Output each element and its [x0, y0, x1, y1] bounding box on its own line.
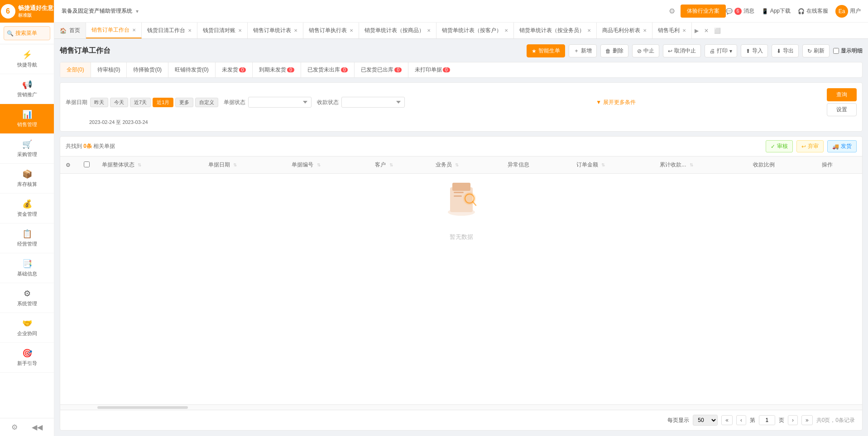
status-filter-label: 单据状态	[224, 99, 245, 106]
sort-icon[interactable]: ⇅	[233, 162, 237, 167]
date-1month-btn[interactable]: 近1月	[153, 98, 173, 107]
status-filter-select[interactable]	[248, 97, 312, 108]
hscroll-thumb[interactable]	[97, 406, 188, 409]
sidebar-item-basic-info[interactable]: 📑 基础信息	[0, 253, 54, 283]
status-tab-pending-inspection[interactable]: 待择验货(0)	[127, 62, 168, 77]
sidebar-item-system[interactable]: ⚙ 系统管理	[0, 283, 54, 313]
tab-sales-by-salesperson[interactable]: 销货单统计表（按业务员） ✕	[514, 23, 597, 38]
status-tab-all[interactable]: 全部(0)	[60, 62, 91, 77]
sidebar-item-finance[interactable]: 💰 资金管理	[0, 194, 54, 223]
date-7days-btn[interactable]: 近7天	[130, 98, 151, 107]
print-button[interactable]: 🖨 打印 ▾	[705, 44, 737, 57]
cancel-stop-button[interactable]: ↩ 取消中止	[663, 44, 701, 57]
tab-close-icon[interactable]: ✕	[504, 28, 508, 33]
tab-sales-order-workbench[interactable]: 销售订单工作台 ✕	[86, 23, 142, 38]
ship-button[interactable]: 🚚 发货	[827, 140, 857, 152]
sidebar-item-quick-nav[interactable]: ⚡ 快捷导航	[0, 44, 54, 74]
show-detail-label[interactable]: 显示明细	[833, 47, 863, 55]
status-tab-unprinted[interactable]: 未打印单据0	[408, 62, 456, 77]
tab-daily-clear-workbench[interactable]: 钱货日清工作台 ✕	[142, 23, 197, 38]
show-detail-checkbox[interactable]	[833, 48, 839, 54]
settings-footer-btn[interactable]: ⚙	[11, 423, 18, 431]
sidebar-item-enterprise[interactable]: 🤝 企业协同	[0, 313, 54, 343]
tab-daily-reconcile[interactable]: 钱货日清对账 ✕	[197, 23, 248, 38]
date-custom-btn[interactable]: 自定义	[195, 98, 218, 107]
status-tab-shipped-out[interactable]: 已发货已出库0	[355, 62, 408, 77]
sidebar-item-sales[interactable]: 📊 销售管理	[0, 104, 54, 134]
smart-create-button[interactable]: ★ 智能生单	[527, 44, 565, 57]
tab-close-icon[interactable]: ✕	[350, 28, 353, 33]
unapprove-button[interactable]: ↩ 弃审	[796, 140, 824, 152]
per-page-select[interactable]: 50 100 200	[693, 415, 718, 426]
horizontal-scrollbar[interactable]	[60, 404, 862, 410]
sort-icon[interactable]: ⇅	[317, 162, 321, 167]
settings-col-icon[interactable]: ⚙	[66, 162, 71, 168]
tab-sales-stats[interactable]: 销售订单统计表 ✕	[248, 23, 303, 38]
date-today-btn[interactable]: 今天	[110, 98, 128, 107]
topbar-gear-icon[interactable]: ⚙	[669, 7, 675, 15]
sidebar-item-marketing[interactable]: 📢 营销推广	[0, 74, 54, 104]
tab-label: 销售毛利	[658, 27, 680, 34]
sort-icon[interactable]: ⇅	[690, 162, 693, 167]
page-next-btn[interactable]: ›	[788, 415, 798, 425]
message-action[interactable]: 💬 6 消息	[726, 7, 754, 15]
tab-close-icon[interactable]: ✕	[238, 28, 242, 33]
tab-close-all[interactable]: ✕	[701, 23, 711, 38]
export-button[interactable]: ⬇ 导出	[772, 44, 799, 57]
tab-home[interactable]: 🏠 首页	[54, 23, 86, 38]
delete-button[interactable]: 🗑 删除	[600, 44, 628, 57]
sidebar-item-purchase[interactable]: 🛒 采购管理	[0, 134, 54, 164]
refresh-button[interactable]: ↻ 刷新	[802, 44, 830, 57]
expand-filter-btn[interactable]: ▼ 展开更多条件	[596, 99, 636, 106]
query-button[interactable]: 查询	[827, 88, 857, 101]
tab-close-icon[interactable]: ✕	[643, 28, 647, 33]
tab-close-icon[interactable]: ✕	[427, 28, 431, 33]
tab-sales-execute[interactable]: 销售订单执行表 ✕	[303, 23, 359, 38]
sort-icon[interactable]: ⇅	[138, 162, 141, 167]
tab-maximize[interactable]: ⬜	[711, 23, 724, 38]
settings-button[interactable]: 设置	[827, 103, 857, 116]
status-tab-shipped-not-out[interactable]: 已发货未出库0	[301, 62, 355, 77]
tab-sales-margin[interactable]: 销售毛利 ✕	[652, 23, 692, 38]
sort-icon[interactable]: ⇅	[389, 162, 393, 167]
industry-solution-button[interactable]: 体验行业方案	[681, 5, 726, 18]
status-tab-overdue-unshipped[interactable]: 到期未发货0	[253, 62, 301, 77]
system-dropdown-arrow[interactable]: ▾	[136, 8, 139, 14]
add-button[interactable]: ＋ 新增	[569, 44, 597, 57]
select-all-checkbox[interactable]	[84, 161, 90, 167]
tab-close-icon[interactable]: ✕	[294, 28, 297, 33]
page-first-btn[interactable]: «	[721, 415, 733, 425]
tab-sales-by-customer[interactable]: 销货单统计表（按客户） ✕	[436, 23, 514, 38]
date-more-btn[interactable]: 更多	[175, 98, 193, 107]
payment-filter-select[interactable]	[341, 97, 405, 108]
date-yesterday-btn[interactable]: 昨天	[90, 98, 108, 107]
tab-close-icon[interactable]: ✕	[132, 28, 136, 33]
page-prev-btn[interactable]: ‹	[736, 415, 746, 425]
sort-icon[interactable]: ⇅	[601, 162, 605, 167]
tab-close-icon[interactable]: ✕	[682, 28, 686, 33]
page-last-btn[interactable]: »	[801, 415, 813, 425]
status-tab-not-shipped[interactable]: 未发货0	[216, 62, 253, 77]
sidebar-item-inventory[interactable]: 📦 库存核算	[0, 164, 54, 194]
status-tab-wangpu-pending[interactable]: 旺铺待发货(0)	[168, 62, 216, 77]
refresh-label: 刷新	[814, 47, 825, 55]
online-service-action[interactable]: 🎧 在线客服	[798, 7, 828, 15]
page-number-input[interactable]	[759, 415, 775, 425]
tab-close-icon[interactable]: ✕	[587, 28, 591, 33]
tab-close-icon[interactable]: ✕	[188, 28, 192, 33]
tab-scroll-right[interactable]: ▶	[692, 23, 701, 38]
tab-sales-by-product[interactable]: 销货单统计表（按商品） ✕	[359, 23, 436, 38]
app-download-action[interactable]: 📱 App下载	[762, 7, 791, 15]
stop-button[interactable]: ⊘ 中止	[632, 44, 659, 57]
collapse-footer-btn[interactable]: ◀◀	[32, 423, 43, 431]
status-tab-pending-review[interactable]: 待审核(0)	[91, 62, 127, 77]
sidebar-item-guide[interactable]: 🎯 新手引导	[0, 343, 54, 373]
user-action[interactable]: Ea 用户	[835, 5, 861, 18]
pagination: 每页显示 50 100 200 « ‹ 第 页 › » 共0页，0条记录	[60, 410, 862, 430]
sidebar-item-operations[interactable]: 📋 经营管理	[0, 223, 54, 253]
approve-button[interactable]: ✓ 审核	[766, 140, 793, 152]
tab-product-margin[interactable]: 商品毛利分析表 ✕	[597, 23, 652, 38]
import-button[interactable]: ⬆ 导入	[741, 44, 768, 57]
search-menu-button[interactable]: 🔍 搜索菜单	[4, 26, 50, 40]
sort-icon[interactable]: ⇅	[455, 162, 459, 167]
